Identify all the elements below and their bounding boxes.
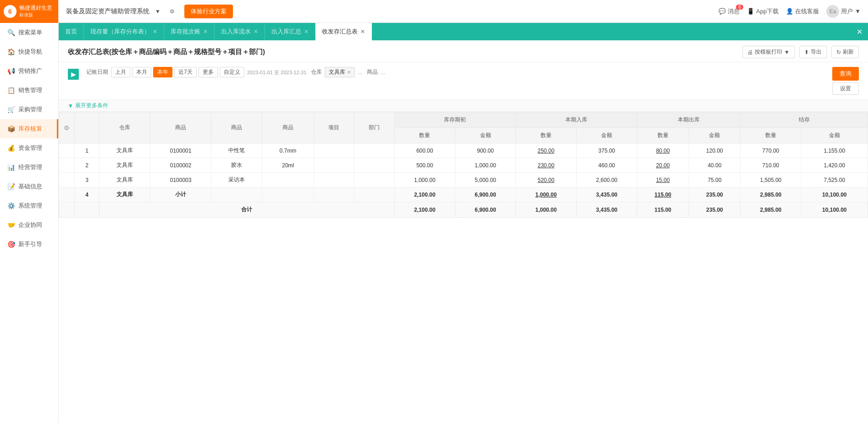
settings-icon[interactable]: ⚙ (166, 5, 179, 18)
date-btn-this-year[interactable]: 本年 (153, 67, 172, 77)
sidebar-nav: 🔍 搜索菜单 🏠 快捷导航 📢 营销推广 📋 销售管理 🛒 采购管理 📦 库存核… (0, 23, 58, 423)
col-opening-qty-header: 数量 (394, 128, 455, 143)
sidebar-item-quick[interactable]: 🏠 快捷导航 (0, 42, 58, 61)
tab-close-icon[interactable]: ✕ (203, 28, 208, 35)
date-filter-group: 记账日期 上月 本月 本年 近7天 更多 自定义 2023-01-01 至 20… (86, 67, 306, 77)
finance-icon: 💰 (7, 144, 15, 152)
tab-close-icon[interactable]: ✕ (360, 28, 365, 35)
warehouse-more[interactable]: ... (358, 69, 362, 76)
subtotal-row: 4 文具库 小计 2,100.00 6,900.00 1,000.00 3,43… (59, 187, 868, 202)
sidebar-item-newbie[interactable]: 🎯 新手引导 (0, 235, 58, 254)
filter-expand-row[interactable]: ▼ 展开更多条件 (59, 100, 868, 112)
tab-flow[interactable]: 出入库流水 ✕ (215, 23, 265, 40)
sidebar-item-sales[interactable]: 📋 销售管理 (0, 81, 58, 100)
tab-summary[interactable]: 出入库汇总 ✕ (265, 23, 315, 40)
warehouse-tag-close[interactable]: ✕ (347, 70, 351, 75)
subtotal-balance-qty: 2,985.00 (741, 187, 801, 202)
col-goodsname-header: 商品 (211, 112, 262, 143)
date-btn-7days[interactable]: 近7天 (174, 67, 197, 77)
goods-filter-group: 商品 ... (367, 68, 385, 76)
row2-name: 胶水 (211, 158, 262, 173)
warehouse-value: 文具库 (329, 68, 345, 76)
total-balance-qty: 2,985.00 (741, 202, 801, 218)
corp-icon: 🤝 (7, 221, 15, 229)
filter-toggle-btn[interactable]: ▶ (68, 69, 79, 80)
date-buttons: 上月 本月 本年 近7天 更多 自定义 (111, 67, 244, 77)
expand-chevron-icon: ▼ (68, 103, 73, 109)
tab-close-icon[interactable]: ✕ (254, 28, 258, 35)
sidebar-item-inventory[interactable]: 📦 库存核算 (0, 119, 58, 138)
sidebar-item-marketing[interactable]: 📢 营销推广 (0, 61, 58, 81)
export-button[interactable]: ⬆ 导出 (799, 46, 827, 58)
col-settings-header: ⚙ (59, 112, 75, 143)
total-in-qty: 1,000.00 (516, 202, 576, 218)
avatar: Ea (826, 5, 839, 18)
subtotal-empty1 (211, 187, 262, 202)
query-button[interactable]: 查询 (832, 67, 859, 81)
tab-recv-send[interactable]: 收发存汇总表 ✕ (315, 23, 372, 40)
system-dropdown[interactable]: ▼ (155, 8, 160, 15)
row1-out-qty[interactable]: 80.00 (637, 143, 689, 158)
data-table-wrap: ⚙ 仓库 商品 商品 商品 项目 部门 库存期初 本期入库 本期出库 (59, 112, 868, 218)
col-balance-group-header: 结存 (741, 112, 868, 128)
sidebar: 6 畅捷通好生意 标准版 🔍 搜索菜单 🏠 快捷导航 📢 营销推广 📋 销售管理… (0, 0, 59, 423)
table-settings-icon[interactable]: ⚙ (64, 124, 70, 132)
subtotal-out-qty[interactable]: 115.00 (637, 187, 689, 202)
subtotal-opening-qty: 2,100.00 (394, 187, 455, 202)
online-service-item[interactable]: 👤 在线客服 (786, 7, 819, 16)
message-item[interactable]: 💬 消息 6 (719, 7, 740, 16)
system-name: 装备及固定资产辅助管理系统 (66, 7, 149, 16)
sidebar-item-basic[interactable]: 📝 基础信息 (0, 177, 58, 196)
tab-home[interactable]: 首页 (59, 23, 84, 40)
date-btn-custom[interactable]: 自定义 (220, 67, 244, 77)
sidebar-item-corp[interactable]: 🤝 企业协同 (0, 215, 58, 235)
date-btn-this-month[interactable]: 本月 (132, 67, 151, 77)
date-btn-last-month[interactable]: 上月 (111, 67, 130, 77)
sidebar-item-finance[interactable]: 💰 资金管理 (0, 138, 58, 158)
row2-dept (354, 158, 394, 173)
row2-in-qty[interactable]: 230.00 (516, 158, 576, 173)
row3-out-amt: 75.00 (689, 173, 741, 187)
page-title: 收发存汇总表(按仓库＋商品编码＋商品＋规格型号＋项目＋部门) (68, 48, 265, 56)
row1-in-qty[interactable]: 250.00 (516, 143, 576, 158)
col-goodscode-header: 商品 (150, 112, 211, 143)
row2-out-qty[interactable]: 20.00 (637, 158, 689, 173)
tab-close-icon[interactable]: ✕ (304, 28, 309, 35)
refresh-button[interactable]: ↻ 刷新 (831, 46, 859, 58)
sidebar-item-search[interactable]: 🔍 搜索菜单 (0, 23, 58, 42)
app-icon: 📱 (747, 8, 754, 15)
subtotal-opening-amt: 6,900.00 (455, 187, 515, 202)
row1-settings (59, 143, 75, 158)
tabbar-close-all[interactable]: ✕ (851, 27, 868, 36)
print-button[interactable]: 🖨 按模板打印 ▼ (742, 46, 795, 58)
tab-batch[interactable]: 库存批次账 ✕ (164, 23, 215, 40)
marketing-icon: 📢 (7, 67, 15, 75)
service-icon: 👤 (786, 8, 793, 15)
row2-in-amt: 460.00 (576, 158, 637, 173)
row3-opening-amt: 5,000.00 (455, 173, 515, 187)
experience-btn[interactable]: 体验行业方案 (184, 5, 233, 18)
warehouse-filter-group: 仓库 文具库 ✕ ... (311, 67, 362, 77)
user-item[interactable]: Ea 用户 ▼ (826, 5, 861, 18)
row1-balance-amt: 1,155.00 (801, 143, 868, 158)
sidebar-item-system[interactable]: ⚙️ 系统管理 (0, 196, 58, 215)
row1-spec: 0.7mm (262, 143, 314, 158)
row3-out-qty[interactable]: 15.00 (637, 173, 689, 187)
tab-batch-label: 库存批次账 (171, 27, 200, 36)
filter-settings-button[interactable]: 设置 (832, 82, 859, 95)
tab-close-icon[interactable]: ✕ (153, 28, 157, 35)
col-out-amt-header: 金额 (689, 128, 741, 143)
tab-inventory-dist[interactable]: 现存量（库存分布表） ✕ (84, 23, 164, 40)
sidebar-item-purchase[interactable]: 🛒 采购管理 (0, 100, 58, 119)
date-label: 记账日期 (86, 68, 108, 76)
row3-in-qty[interactable]: 520.00 (516, 173, 576, 187)
row3-warehouse: 文具库 (100, 173, 150, 187)
row2-settings (59, 158, 75, 173)
topbar-left: 装备及固定资产辅助管理系统 ▼ ⚙ 体验行业方案 (66, 5, 233, 18)
col-in-group-header: 本期入库 (516, 112, 637, 128)
goods-more[interactable]: ... (381, 69, 385, 76)
app-download-item[interactable]: 📱 App下载 (747, 7, 779, 16)
subtotal-in-qty[interactable]: 1,000.00 (516, 187, 576, 202)
sidebar-item-operation[interactable]: 📊 经营管理 (0, 158, 58, 177)
date-btn-more[interactable]: 更多 (199, 67, 218, 77)
